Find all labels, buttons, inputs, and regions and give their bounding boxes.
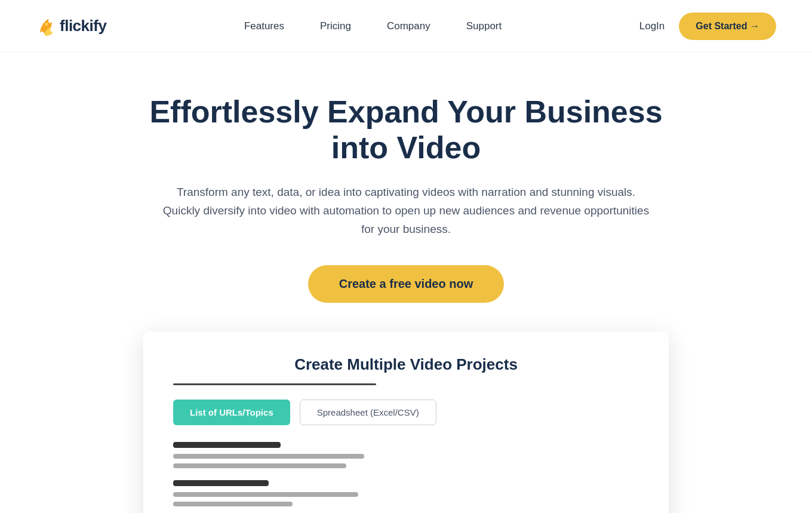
preview-screenshot: Create Multiple Video Projects List of U… xyxy=(143,331,669,513)
get-started-button[interactable]: Get Started → xyxy=(679,13,776,40)
text-lines xyxy=(173,442,639,506)
nav-pricing[interactable]: Pricing xyxy=(320,20,351,32)
logo[interactable]: flickify xyxy=(36,16,106,37)
cta-button[interactable]: Create a free video now xyxy=(308,265,505,303)
nav-company[interactable]: Company xyxy=(387,20,430,32)
nav-support[interactable]: Support xyxy=(466,20,502,32)
main-nav: Features Pricing Company Support xyxy=(244,20,502,32)
logo-text: flickify xyxy=(60,17,106,35)
text-line-4 xyxy=(173,480,269,486)
header: flickify Features Pricing Company Suppor… xyxy=(0,0,812,53)
login-link[interactable]: LogIn xyxy=(639,20,665,32)
tab-row: List of URLs/Topics Spreadsheet (Excel/C… xyxy=(173,400,639,425)
preview-title: Create Multiple Video Projects xyxy=(173,355,639,374)
text-line-6 xyxy=(173,502,293,506)
text-line-3 xyxy=(173,463,346,468)
tab-spreadsheet[interactable]: Spreadsheet (Excel/CSV) xyxy=(300,400,436,425)
logo-icon xyxy=(36,16,57,37)
hero-title: Effortlessly Expand Your Business into V… xyxy=(137,94,675,166)
text-line-2 xyxy=(173,454,364,459)
svg-point-0 xyxy=(45,22,48,25)
nav-features[interactable]: Features xyxy=(244,20,284,32)
hero-subtitle: Transform any text, data, or idea into c… xyxy=(161,183,651,239)
preview-divider xyxy=(173,383,376,385)
text-line-5 xyxy=(173,492,358,497)
header-right: LogIn Get Started → xyxy=(639,13,776,40)
tab-urls-topics[interactable]: List of URLs/Topics xyxy=(173,400,290,425)
text-line-1 xyxy=(173,442,281,448)
hero-section: Effortlessly Expand Your Business into V… xyxy=(0,53,812,513)
